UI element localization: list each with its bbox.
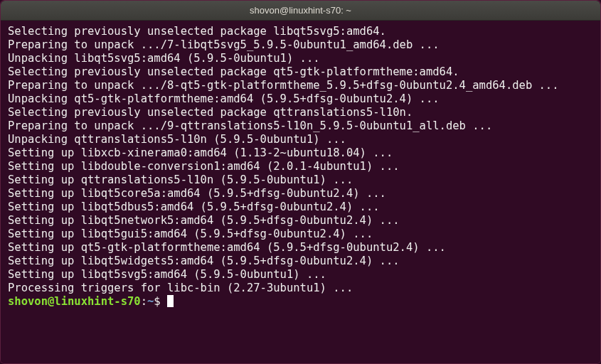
terminal-line: Preparing to unpack .../7-libqt5svg5_5.9… (8, 38, 593, 52)
terminal-line: Setting up libxcb-xinerama0:amd64 (1.13-… (8, 146, 593, 160)
terminal-line: Unpacking qt5-gtk-platformtheme:amd64 (5… (8, 92, 593, 106)
terminal-line: Setting up qttranslations5-l10n (5.9.5-0… (8, 173, 593, 187)
terminal-line: Setting up libqt5dbus5:amd64 (5.9.5+dfsg… (8, 200, 593, 214)
terminal-line: Setting up libdouble-conversion1:amd64 (… (8, 160, 593, 173)
terminal-line: Setting up libqt5gui5:amd64 (5.9.5+dfsg-… (8, 228, 593, 241)
prompt-line[interactable]: shovon@linuxhint-s70:~$ (8, 295, 593, 309)
cursor (167, 295, 174, 307)
terminal-line: Unpacking qttranslations5-l10n (5.9.5-0u… (8, 133, 593, 146)
terminal-line: Setting up libqt5core5a:amd64 (5.9.5+dfs… (8, 187, 593, 200)
terminal-line: Selecting previously unselected package … (8, 25, 593, 38)
prompt-path: ~ (147, 295, 154, 308)
terminal-body[interactable]: Selecting previously unselected package … (1, 21, 600, 363)
terminal-line: Setting up libqt5svg5:amd64 (5.9.5-0ubun… (8, 268, 593, 282)
terminal-line: Setting up libqt5widgets5:amd64 (5.9.5+d… (8, 255, 593, 268)
terminal-line: Unpacking libqt5svg5:amd64 (5.9.5-0ubunt… (8, 52, 593, 65)
terminal-line: Preparing to unpack .../8-qt5-gtk-platfo… (8, 79, 593, 92)
terminal-line: Setting up libqt5network5:amd64 (5.9.5+d… (8, 214, 593, 228)
terminal-line: Selecting previously unselected package … (8, 106, 593, 119)
terminal-line: Setting up qt5-gtk-platformtheme:amd64 (… (8, 241, 593, 255)
terminal-line: Preparing to unpack .../9-qttranslations… (8, 119, 593, 133)
terminal-line: Selecting previously unselected package … (8, 65, 593, 79)
prompt-symbol: $ (154, 295, 160, 308)
prompt-userhost: shovon@linuxhint-s70 (8, 295, 141, 308)
titlebar: shovon@linuxhint-s70: ~ (1, 1, 600, 21)
window-title: shovon@linuxhint-s70: ~ (250, 4, 351, 17)
terminal-line: Processing triggers for libc-bin (2.27-3… (8, 282, 593, 295)
prompt-separator: : (141, 295, 147, 308)
